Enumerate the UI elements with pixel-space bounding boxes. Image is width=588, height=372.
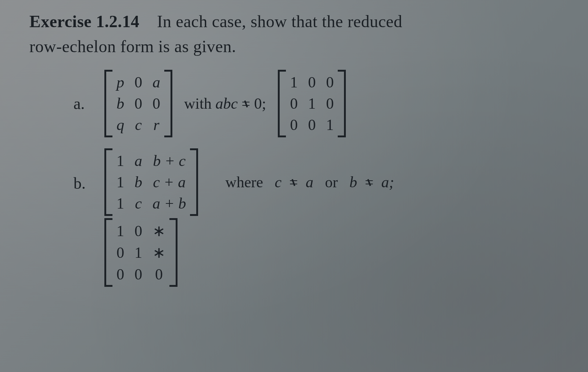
cell: ∗ [153,222,165,240]
part-a-matrix-cells: p 0 a b 0 0 q c r [113,70,164,137]
cell: b [135,173,142,191]
cell: 1 [135,244,142,261]
cond-rhs: 0; [254,95,266,112]
part-b-stack: 1 a b + c 1 b c + a 1 c a + b where c [99,148,401,287]
cell: 0 [155,266,163,283]
cell: 1 [116,152,124,170]
cell: 1 [116,222,124,240]
bracket-right-icon [169,218,178,287]
not-equal-icon: = [241,95,250,112]
cell: 0 [116,266,124,283]
cell: 1 [290,73,298,91]
not-equal-icon: = [365,173,374,191]
cell: c + a [153,173,186,191]
part-b-matrix-cells: 1 a b + c 1 b c + a 1 c a + b [113,148,190,216]
cond-a: a [306,174,313,191]
cond-or: or [325,174,338,191]
cell: 0 [116,244,124,261]
part-a-rref: 1 0 0 0 1 0 0 0 1 [278,70,346,137]
part-b-condition: where c = a or b = a; [225,173,394,191]
cell: 0 [153,95,160,112]
not-equal-icon: = [289,173,298,191]
part-b-rref-cells: 1 0 ∗ 0 1 ∗ 0 0 0 [113,218,169,287]
part-b-rref: 1 0 ∗ 0 1 ∗ 0 0 0 [104,218,178,287]
cell: 0 [290,116,298,134]
part-a-matrix: p 0 a b 0 0 q c r [104,70,172,137]
bracket-left-icon [104,218,113,287]
part-b-row1: 1 a b + c 1 b c + a 1 c a + b where c [99,148,401,216]
exercise-number: Exercise 1.2.14 [29,12,139,31]
exercise-prompt-line1-rest: In each case, show that the reduced [157,12,402,31]
bracket-right-icon [190,148,198,216]
cell: 0 [308,73,316,91]
cond-prefix: where [225,174,263,191]
cell: c [135,116,142,134]
cell: 0 [135,266,142,283]
cell: a + b [153,195,186,212]
cell: 0 [135,95,142,112]
cond-prefix: with [184,95,215,112]
cell: r [153,116,159,134]
part-a-condition: with abc = 0; [184,95,266,112]
bracket-left-icon [104,148,113,216]
cell: q [116,116,124,134]
cond-b: b [349,174,357,191]
bracket-left-icon [104,70,113,137]
cell: c [135,195,142,212]
part-b: b. 1 a b + c 1 b c + a 1 c a + b [74,148,566,287]
part-a: a. p 0 a b 0 0 q c r with abc = 0; [74,70,566,137]
part-a-label: a. [74,94,99,113]
bracket-left-icon [278,70,286,137]
cell: b + c [153,152,186,170]
cell: b [116,95,124,112]
cond-expr: abc [215,95,238,112]
bracket-right-icon [337,70,346,137]
part-b-label: b. [74,174,99,193]
exercise-page: Exercise 1.2.14 In each case, show that … [0,0,588,372]
part-b-row2: 1 0 ∗ 0 1 ∗ 0 0 0 [99,218,183,287]
cell: ∗ [153,243,165,261]
cell: 0 [135,222,142,240]
cell: 0 [326,95,334,112]
exercise-prompt-line1: Exercise 1.2.14 In each case, show that … [29,11,566,32]
cell: p [116,73,124,91]
cell: a [153,73,160,91]
cell: 0 [326,73,334,91]
cell: 1 [116,173,124,191]
cell: 1 [326,116,334,134]
part-b-matrix: 1 a b + c 1 b c + a 1 c a + b [104,148,198,216]
exercise-prompt-line2: row-echelon form is as given. [29,36,566,57]
cell: 0 [135,73,142,91]
cell: 0 [290,95,298,112]
cond-c: c [275,174,282,191]
cell: 0 [308,116,316,134]
cond-a2: a; [381,174,394,191]
bracket-right-icon [164,70,172,137]
part-a-rref-cells: 1 0 0 0 1 0 0 0 1 [286,70,337,137]
cell: 1 [116,195,124,212]
cell: 1 [308,95,316,112]
cell: a [135,152,142,170]
